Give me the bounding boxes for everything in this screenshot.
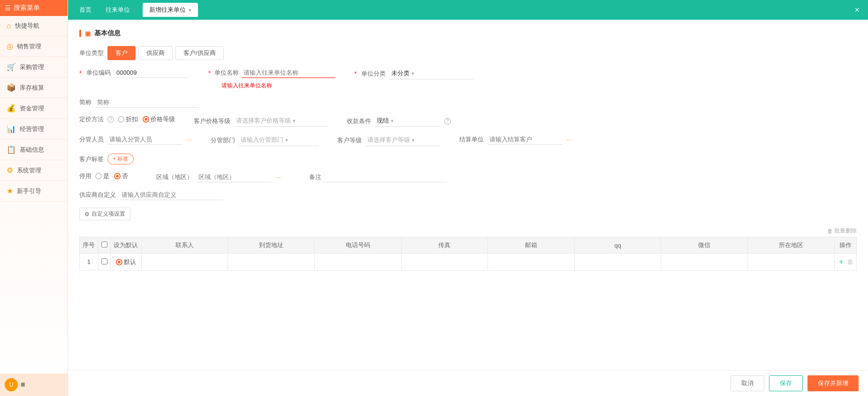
alias-group: 简称: [79, 97, 198, 108]
discount-radio-circle: [118, 116, 124, 123]
customer-level-select[interactable]: 请选择客户等级 ▾: [365, 134, 441, 146]
sidebar-item-sales[interactable]: ◎ 销售管理: [0, 36, 68, 57]
save-button[interactable]: 保存: [769, 375, 803, 391]
sidebar: ☰ 搜索菜单 ⌂ 快捷导航 ◎ 销售管理 🛒 采购管理 📦 库存核算 💰 资金管…: [0, 0, 68, 396]
th-phone: 电话号码: [315, 237, 402, 254]
sidebar-item-finance[interactable]: 💰 资金管理: [0, 98, 68, 119]
disabled-no-radio[interactable]: 否: [114, 172, 128, 180]
tab-contacts-close[interactable]: ×: [132, 7, 135, 13]
th-default: 设为默认: [110, 237, 141, 254]
settlement-input[interactable]: [487, 134, 563, 145]
row-address[interactable]: [228, 254, 315, 271]
cancel-button[interactable]: 取消: [731, 375, 764, 391]
unit-category-value: 未分类: [391, 69, 410, 78]
type-btn-customer[interactable]: 客户: [107, 46, 136, 60]
unit-code-input[interactable]: [114, 68, 190, 78]
region-input[interactable]: [197, 172, 272, 182]
category-dropdown-arrow: ▾: [411, 70, 414, 77]
customer-level-group: 客户等级 请选择客户等级 ▾: [337, 134, 441, 146]
address-input[interactable]: [231, 258, 312, 265]
remark-input[interactable]: [325, 172, 447, 182]
add-row-icon[interactable]: ＋: [838, 257, 845, 265]
inventory-icon: 📦: [7, 83, 16, 92]
unit-name-input[interactable]: [242, 68, 335, 78]
unit-code-required: *: [79, 70, 82, 77]
del-row-icon[interactable]: 🗑: [847, 258, 853, 265]
tab-home[interactable]: 首页: [73, 3, 98, 17]
tab-new-contact-close[interactable]: ×: [188, 7, 191, 13]
payment-condition-select[interactable]: 现结 ▾: [375, 115, 441, 127]
email-input[interactable]: [491, 258, 571, 265]
unit-code-group: * 单位编码: [79, 68, 190, 78]
th-checkbox[interactable]: [98, 237, 110, 254]
supplier-custom-group: 供应商自定义: [79, 190, 223, 200]
contact-input[interactable]: [145, 258, 225, 265]
phone-input[interactable]: [318, 258, 398, 265]
row-checkbox[interactable]: [101, 258, 107, 264]
disabled-yes-radio[interactable]: 是: [95, 172, 109, 180]
row-default-radio[interactable]: 默认: [114, 258, 138, 266]
guide-icon: ★: [7, 186, 13, 195]
pricing-level-radio[interactable]: 价格等级: [143, 115, 175, 124]
row-region-input[interactable]: [751, 258, 831, 265]
tab-new-contact[interactable]: 新增往来单位 ×: [143, 3, 198, 17]
sidebar-item-guide[interactable]: ★ 新手引导: [0, 181, 68, 202]
row-qq[interactable]: [574, 254, 661, 271]
pricing-label: 定价方法: [79, 115, 104, 124]
row-phone[interactable]: [315, 254, 402, 271]
custom-settings-button[interactable]: ⚙ 自定义项设置: [79, 208, 130, 220]
sidebar-item-quick-nav[interactable]: ⌂ 快捷导航: [0, 16, 68, 36]
sidebar-item-operations[interactable]: 📊 经营管理: [0, 119, 68, 140]
supplier-custom-row: 供应商自定义: [79, 190, 857, 200]
type-btn-supplier[interactable]: 供应商: [138, 46, 173, 60]
sidebar-search[interactable]: ☰ 搜索菜单: [0, 0, 68, 16]
region-dots-btn[interactable]: ···: [275, 173, 281, 181]
pricing-discount-radio[interactable]: 折扣: [118, 115, 138, 124]
unit-category-label: 单位分类: [361, 70, 386, 78]
row-contact[interactable]: [141, 254, 228, 271]
fax-input[interactable]: [404, 258, 485, 265]
contacts-table: 序号 设为默认 联系人 到货地址 电话号码 传真 邮箱 qq 微信 所在地区 操…: [79, 237, 857, 271]
sidebar-item-label: 快捷导航: [15, 22, 39, 30]
add-tag-button[interactable]: + 标签: [107, 154, 134, 164]
wechat-input[interactable]: [664, 258, 745, 265]
sidebar-item-purchase[interactable]: 🛒 采购管理: [0, 57, 68, 78]
tags-label: 客户标签: [79, 155, 104, 163]
settlement-dots-btn[interactable]: ···: [566, 136, 572, 143]
unit-code-label: 单位编码: [86, 69, 111, 77]
sidebar-item-system[interactable]: ⚙ 系统管理: [0, 160, 68, 181]
row-region[interactable]: [747, 254, 834, 271]
row-wechat[interactable]: [661, 254, 748, 271]
customer-price-level-select[interactable]: 请选择客户价格等级 ▾: [234, 115, 328, 127]
manager-input[interactable]: [107, 134, 183, 145]
type-btn-both[interactable]: 客户/供应商: [175, 46, 224, 60]
unit-category-select[interactable]: 未分类 ▾: [389, 68, 474, 79]
payment-condition-label: 收款条件: [347, 117, 371, 125]
section-icon: ▣: [85, 30, 91, 37]
home-icon: ⌂: [7, 22, 11, 30]
pricing-help-icon[interactable]: ?: [107, 116, 114, 123]
batch-delete-button[interactable]: 🗑 批量删除: [827, 227, 857, 235]
qq-input[interactable]: [578, 258, 658, 265]
tab-contacts[interactable]: 往来单位 ×: [99, 3, 142, 17]
window-close-button[interactable]: ×: [851, 5, 863, 15]
customer-price-level-label: 客户价格等级: [194, 117, 230, 125]
sidebar-item-inventory[interactable]: 📦 库存核算: [0, 78, 68, 98]
sidebar-item-basic[interactable]: 📋 基础信息: [0, 140, 68, 160]
alias-label: 简称: [79, 98, 91, 107]
row-email[interactable]: [488, 254, 575, 271]
th-wechat: 微信: [661, 237, 748, 254]
dept-label: 分管部门: [211, 136, 235, 145]
alias-input[interactable]: [95, 97, 198, 108]
select-all-checkbox[interactable]: [101, 241, 107, 248]
payment-help-icon[interactable]: ?: [444, 118, 451, 124]
row-checkbox-cell[interactable]: [98, 254, 110, 271]
dept-group: 分管部门 请输入分管部门 ▾: [211, 134, 319, 146]
save-new-button[interactable]: 保存并新增: [807, 375, 859, 391]
row-fax[interactable]: [401, 254, 488, 271]
manager-dots-btn[interactable]: ···: [186, 136, 192, 143]
row-default-cell: 默认: [110, 254, 141, 271]
supplier-custom-input[interactable]: [120, 190, 223, 200]
dept-select[interactable]: 请输入分管部门 ▾: [239, 134, 319, 146]
settings-gear-icon: ⚙: [84, 211, 90, 217]
